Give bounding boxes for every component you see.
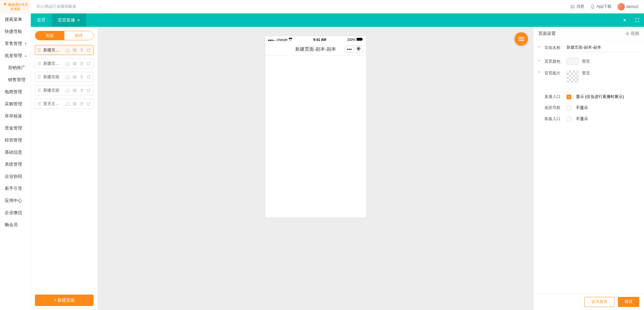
account-selector[interactable]: 办公用品行业模拟账套 ⌄ bbox=[36, 2, 103, 11]
home-icon[interactable] bbox=[65, 74, 70, 80]
sidebar-item-business[interactable]: 经营管理 bbox=[0, 134, 31, 146]
bg-color-swatch[interactable] bbox=[567, 58, 579, 65]
messages-label: 消息 bbox=[576, 4, 584, 9]
page-row[interactable]: ☰ 新建页面-副本 bbox=[35, 58, 94, 68]
play-icon bbox=[626, 32, 630, 36]
delete-icon[interactable] bbox=[79, 74, 84, 80]
reset-bgimg[interactable]: 重置 bbox=[582, 70, 590, 76]
tab-home[interactable]: 首页 bbox=[31, 13, 52, 27]
more-icon[interactable]: ••• bbox=[347, 47, 352, 52]
miniapp-capsule[interactable]: ••• bbox=[344, 46, 363, 53]
sidebar-item-label: 新手引导 bbox=[5, 186, 22, 192]
field-label: 页面名称 bbox=[544, 45, 563, 51]
page-name: 新建页面 bbox=[43, 74, 63, 80]
svg-rect-13 bbox=[357, 38, 362, 41]
cs-checkbox[interactable] bbox=[567, 117, 571, 121]
tab-label: 首页装修 bbox=[58, 17, 75, 23]
logo-block[interactable]: 畅捷通好生意 标准版 bbox=[0, 0, 31, 13]
page-row[interactable]: ☰ 昊天文具店 bbox=[35, 99, 94, 109]
field-label: 背景颜色 bbox=[544, 59, 563, 64]
tab-editor[interactable]: 首页装修 ✕ bbox=[52, 13, 86, 27]
share-icon[interactable] bbox=[86, 88, 91, 93]
sidebar-item-label: 零售管理 bbox=[5, 41, 22, 47]
copy-icon[interactable] bbox=[72, 88, 77, 93]
user-menu[interactable]: demo2 bbox=[618, 3, 639, 10]
page-row[interactable]: ☰ 新建页面 bbox=[35, 85, 94, 95]
close-icon[interactable]: ✕ bbox=[77, 18, 80, 22]
new-page-button[interactable]: + 新建页面 bbox=[35, 295, 94, 306]
drag-handle-icon[interactable]: ☰ bbox=[37, 61, 41, 66]
cs-text: 不显示 bbox=[576, 116, 588, 122]
home-icon[interactable] bbox=[65, 48, 70, 53]
share-icon[interactable] bbox=[86, 48, 91, 53]
drag-handle-icon[interactable]: ☰ bbox=[37, 88, 41, 93]
segment-component[interactable]: 组件 bbox=[64, 31, 94, 40]
sidebar-item-label: 应用中心 bbox=[5, 198, 22, 204]
field-label: 背景图片 bbox=[544, 70, 563, 76]
sidebar-item-marketing[interactable]: 营销推广 bbox=[0, 62, 31, 74]
sidebar-item-label: 资金管理 bbox=[5, 125, 22, 131]
tab-label: 首页 bbox=[37, 17, 46, 23]
segment-page[interactable]: 页面 bbox=[35, 31, 64, 40]
home-icon[interactable] bbox=[65, 101, 70, 106]
sidebar-item-retail[interactable]: 零售管理▼ bbox=[0, 38, 31, 50]
app-download-link[interactable]: App下载 bbox=[590, 4, 611, 9]
copy-icon[interactable] bbox=[72, 74, 77, 80]
drag-handle-icon[interactable]: ☰ bbox=[37, 48, 41, 53]
messages-link[interactable]: 消息 bbox=[570, 4, 584, 9]
editor-canvas[interactable]: chanjet 9:41 AM 100% 新建页面-副本-副本 bbox=[98, 27, 533, 310]
field-label: 直播入口 bbox=[544, 94, 563, 100]
menu-fab[interactable] bbox=[515, 32, 528, 46]
drag-handle-icon[interactable]: ☰ bbox=[37, 74, 41, 80]
delete-icon[interactable] bbox=[79, 48, 84, 53]
sidebar-item-wework[interactable]: 企业微信 bbox=[0, 207, 31, 219]
page-name-input[interactable] bbox=[567, 43, 639, 52]
drag-handle-icon[interactable]: ☰ bbox=[37, 101, 41, 106]
sidebar-item-basics[interactable]: 基础信息 bbox=[0, 146, 31, 158]
divider bbox=[354, 47, 354, 51]
sidebar-item-purchase[interactable]: 采购管理 bbox=[0, 98, 31, 110]
sidebar-item-ecommerce[interactable]: 电商管理 bbox=[0, 86, 31, 98]
sidebar-item-quicknav[interactable]: 快捷导航 bbox=[0, 25, 31, 38]
copy-icon[interactable] bbox=[72, 101, 77, 106]
sidebar-item-search[interactable]: 搜索菜单 bbox=[0, 13, 31, 25]
delete-icon[interactable] bbox=[79, 88, 84, 93]
phone-icon bbox=[590, 4, 595, 9]
battery-icon bbox=[357, 38, 363, 42]
copy-icon[interactable] bbox=[72, 61, 77, 66]
sidebar-item-label: 快捷导航 bbox=[5, 29, 22, 35]
fullscreen-button[interactable] bbox=[633, 15, 642, 25]
sidebar-item-inventory[interactable]: 库存核算 bbox=[0, 110, 31, 122]
share-icon[interactable] bbox=[86, 61, 91, 66]
brand-name: 畅捷通好生意 bbox=[8, 3, 28, 7]
svg-rect-10 bbox=[73, 89, 75, 91]
page-row[interactable]: ☰ 新建页面 bbox=[35, 72, 94, 82]
sidebar-item-label: 批发管理 bbox=[5, 53, 22, 59]
tab-close-button[interactable]: ✕ bbox=[620, 15, 629, 25]
page-row[interactable]: ☰ 新建页面-副本-... bbox=[35, 45, 94, 55]
save-button[interactable]: 保存 bbox=[618, 297, 639, 307]
share-icon[interactable] bbox=[86, 74, 91, 80]
sidebar-item-sales[interactable]: 销售管理 bbox=[0, 74, 31, 86]
sidebar-item-wholesale[interactable]: 批发管理▲ bbox=[0, 50, 31, 62]
page-name: 昊天文具店 bbox=[43, 101, 63, 107]
video-help-link[interactable]: 视频 bbox=[626, 31, 639, 37]
reset-bgcolor[interactable]: 重置 bbox=[582, 59, 590, 64]
set-home-button[interactable]: 设为首页 bbox=[584, 297, 614, 307]
sidebar-item-member[interactable]: 畅会员 bbox=[0, 219, 31, 231]
delete-icon[interactable] bbox=[79, 101, 84, 106]
sidebar-item-collab[interactable]: 企业协同 bbox=[0, 170, 31, 183]
sidebar-item-system[interactable]: 系统管理 bbox=[0, 158, 31, 170]
share-icon[interactable] bbox=[86, 101, 91, 106]
sidebar-item-finance[interactable]: 资金管理 bbox=[0, 122, 31, 134]
home-icon[interactable] bbox=[65, 61, 70, 66]
target-icon[interactable] bbox=[356, 46, 361, 52]
live-checkbox[interactable]: ✓ bbox=[567, 95, 571, 99]
bg-image-picker[interactable] bbox=[567, 70, 579, 83]
delete-icon[interactable] bbox=[79, 61, 84, 66]
home-icon[interactable] bbox=[65, 88, 70, 93]
sidebar-item-appcenter[interactable]: 应用中心 bbox=[0, 195, 31, 207]
bottomnav-checkbox[interactable] bbox=[567, 106, 571, 110]
sidebar-item-guide[interactable]: 新手引导 bbox=[0, 183, 31, 195]
copy-icon[interactable] bbox=[72, 48, 77, 53]
